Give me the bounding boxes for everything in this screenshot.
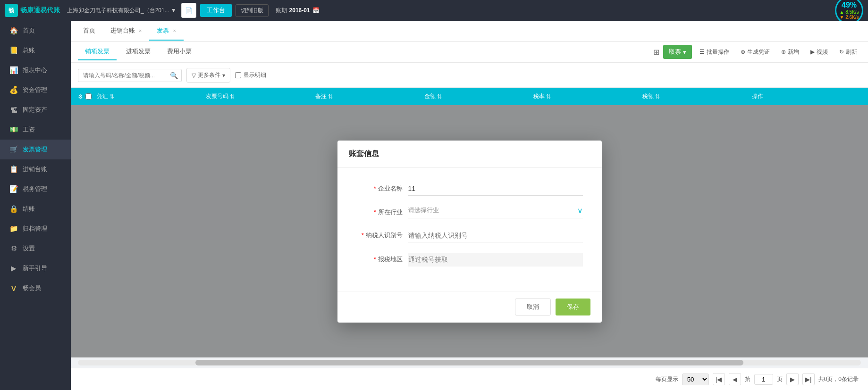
sub-tabs-group: 销项发票 进项发票 费用小票 (78, 43, 199, 60)
dialog-footer: 取消 保存 (337, 291, 602, 323)
batch-operation-btn[interactable]: ☰ 批量操作 (696, 46, 733, 58)
tax-icon: 📝 (9, 185, 18, 193)
sidebar-item-payroll[interactable]: 💵 工资 (0, 120, 71, 140)
next-page-btn[interactable]: ▶ (786, 373, 799, 385)
horizontal-scrollbar[interactable] (78, 360, 861, 365)
dropdown-arrow-icon: ▼ (171, 7, 177, 14)
th-note: 备注 ⇅ (315, 92, 424, 100)
first-page-btn[interactable]: |◀ (713, 373, 725, 385)
form-row-taxid: * 纳税人识别号 (356, 229, 583, 242)
refresh-icon: ↻ (839, 49, 844, 55)
filter-icon: ▽ (192, 72, 196, 79)
th-operation: 操作 (752, 92, 861, 100)
page-number-input[interactable] (754, 374, 773, 385)
new-icon: ⊕ (781, 49, 786, 55)
taxregion-input (408, 253, 583, 266)
refresh-btn[interactable]: ↻ 刷新 (835, 46, 861, 58)
sidebar-item-guide[interactable]: ▶ 新手引导 (0, 258, 71, 278)
sub-tab-sales[interactable]: 销项发票 (78, 43, 117, 60)
form-row-industry: * 所在行业 请选择行业 ∨ (356, 206, 583, 218)
industry-dropdown-icon: ∨ (577, 206, 583, 215)
cancel-button[interactable]: 取消 (515, 299, 551, 315)
sidebar-item-assets[interactable]: 🏗 固定资产 (0, 100, 71, 120)
tab-bar: 首页 进销台账 × 发票 × (71, 21, 868, 41)
new-btn[interactable]: ⊕ 新增 (777, 46, 803, 58)
sidebar-item-vip[interactable]: V 畅会员 (0, 278, 71, 298)
assets-icon: 🏗 (9, 106, 18, 114)
per-page-select[interactable]: 50 100 200 (682, 373, 709, 385)
save-button[interactable]: 保存 (556, 299, 590, 315)
sub-tab-purchase[interactable]: 进项发票 (119, 43, 158, 60)
sort-icon: ⇅ (230, 93, 235, 100)
sidebar-item-reports[interactable]: 📊 报表中心 (0, 60, 71, 80)
taxregion-label: * 报税地区 (356, 255, 408, 264)
industry-field[interactable]: 请选择行业 ∨ (408, 206, 583, 218)
archive-icon: 📁 (9, 224, 18, 233)
vip-icon: V (9, 284, 18, 292)
sidebar-item-tax[interactable]: 📝 税务管理 (0, 179, 71, 199)
total-info: 共0页，0条记录 (818, 375, 859, 383)
close-tab-sales-ledger[interactable]: × (139, 28, 142, 33)
ledger-icon: 📒 (9, 46, 18, 55)
account-info-dialog: 账套信息 * 企业名称 (337, 141, 602, 323)
gen-voucher-btn[interactable]: ⊕ 生成凭证 (737, 46, 774, 58)
chevron-down-icon: ▾ (222, 72, 225, 79)
show-detail-checkbox-label[interactable]: 显示明细 (235, 71, 266, 79)
industry-label: * 所在行业 (356, 208, 408, 216)
search-input[interactable] (78, 69, 182, 82)
prev-page-btn[interactable]: ◀ (729, 373, 741, 385)
calendar-icon[interactable]: 📅 (312, 7, 320, 14)
sort-icon: ⇅ (655, 93, 660, 100)
sidebar-item-settings[interactable]: ⚙ 设置 (0, 239, 71, 258)
sort-icon: ⇅ (546, 93, 551, 100)
company-name-field (408, 182, 583, 196)
company-selector[interactable]: 上海卯金刀电子科技有限公司_（台201... ▼ (67, 7, 177, 15)
tab-invoice[interactable]: 发票 × (149, 22, 183, 41)
dropdown-chevron-icon: ▾ (683, 49, 686, 56)
ticket-button[interactable]: 取票 ▾ (663, 45, 692, 59)
sidebar-item-archive[interactable]: 📁 归档管理 (0, 219, 71, 239)
taxid-field (408, 229, 583, 242)
select-all-checkbox[interactable] (85, 93, 92, 100)
close-tab-invoice[interactable]: × (173, 28, 176, 33)
batch-icon: ☰ (699, 49, 705, 55)
workbench-button[interactable]: 工作台 (200, 4, 232, 17)
filter-bar: 🔍 ▽ 更多条件 ▾ 显示明细 (71, 63, 868, 88)
sidebar-item-funds[interactable]: 💰 资金管理 (0, 80, 71, 100)
payroll-icon: 💵 (9, 125, 18, 134)
modal-overlay: 账套信息 * 企业名称 (71, 105, 868, 357)
video-btn[interactable]: ▶ 视频 (807, 46, 832, 58)
more-conditions-btn[interactable]: ▽ 更多条件 ▾ (186, 68, 230, 83)
taxid-input[interactable] (408, 229, 583, 242)
scroll-thumb (195, 360, 743, 365)
settings-col-icon[interactable]: ⚙ (78, 93, 83, 100)
sub-tab-expense[interactable]: 费用小票 (160, 43, 199, 60)
checkout-icon: 🔒 (9, 205, 18, 213)
company-name-input[interactable] (408, 182, 583, 196)
show-detail-checkbox[interactable] (235, 72, 241, 78)
sales-ledger-icon: 📋 (9, 165, 18, 174)
sidebar-item-sales-ledger[interactable]: 📋 进销台账 (0, 159, 71, 179)
table-header: ⚙ 凭证 ⇅ 发票号码 ⇅ 备注 ⇅ 金额 ⇅ (71, 88, 868, 105)
tab-sales-ledger[interactable]: 进销台账 × (103, 22, 149, 41)
last-page-btn[interactable]: ▶| (802, 373, 815, 385)
sidebar-item-invoice[interactable]: 🛒 发票管理 (0, 140, 71, 159)
th-voucher: 凭证 ⇅ (97, 92, 206, 100)
document-icon-btn[interactable]: 📄 (181, 3, 196, 18)
table-settings-icon[interactable]: ⊞ (653, 48, 659, 57)
tab-home[interactable]: 首页 (76, 22, 103, 41)
sidebar-item-ledger[interactable]: 📒 总账 (0, 41, 71, 60)
sidebar-item-home[interactable]: 🏠 首页 (0, 21, 71, 41)
form-row-taxregion: * 报税地区 (356, 253, 583, 266)
table-body: 账套信息 * 企业名称 (71, 105, 868, 357)
sub-tab-bar: 销项发票 进项发票 费用小票 ⊞ 取票 ▾ ☰ (71, 41, 868, 63)
th-tax-rate: 税率 ⇅ (533, 92, 642, 100)
voucher-icon: ⊕ (741, 49, 745, 55)
sidebar-item-checkout[interactable]: 🔒 结账 (0, 199, 71, 219)
company-name-label: * 企业名称 (356, 184, 408, 193)
dialog-body: * 企业名称 * 所在行业 (337, 168, 602, 291)
th-amount: 金额 ⇅ (424, 92, 533, 100)
switch-old-button[interactable]: 切到旧版 (236, 4, 269, 17)
dialog-title: 账套信息 (337, 141, 602, 168)
video-icon: ▶ (810, 49, 815, 55)
